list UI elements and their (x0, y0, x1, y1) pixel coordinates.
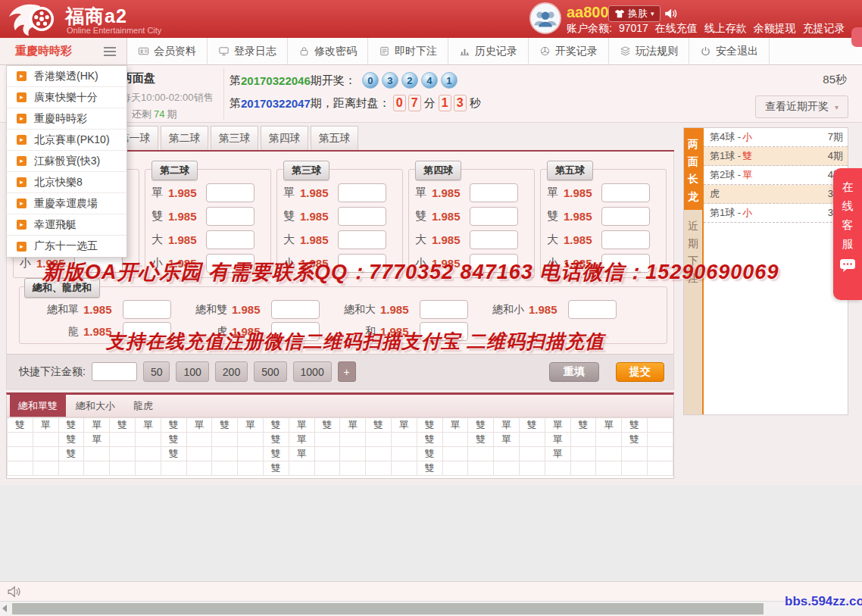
issue-suffix: 期开奖： (311, 73, 356, 88)
sum-bet-input[interactable] (271, 300, 320, 319)
game-menu-item[interactable]: ▸北京賽車(PK10) (7, 130, 126, 151)
nav-menu-item[interactable]: 开奖记录 (529, 38, 609, 64)
header-link[interactable]: 在线充值 (655, 22, 698, 36)
sum-bet-input[interactable] (123, 300, 171, 319)
bet-amount-input[interactable] (601, 183, 650, 202)
road-map-tabs: 總和單雙總和大小龍虎 (7, 395, 673, 417)
ball-tab[interactable]: 第二球 (161, 126, 208, 151)
quick-amount-button[interactable]: 1000 (293, 361, 332, 382)
header-link[interactable]: 充提记录 (803, 22, 845, 36)
road-cell (33, 447, 58, 461)
road-cell: 雙 (161, 447, 186, 461)
logout-power-icon (700, 45, 711, 57)
game-menu-item[interactable]: ▸廣東快樂十分 (7, 87, 126, 108)
nav-menu-item[interactable]: 修改密码 (288, 38, 368, 64)
road-cell: 雙 (570, 418, 596, 433)
lottery-ball: 3 (382, 72, 398, 89)
bet-amount-input[interactable] (206, 230, 255, 249)
sound-toggle-icon[interactable] (664, 7, 677, 20)
nav-menu-item[interactable]: 历史记录 (448, 38, 529, 64)
sum-bet-cell: 總和雙1.985 (177, 300, 326, 319)
road-cell (570, 447, 596, 461)
bet-amount-input[interactable] (206, 183, 255, 202)
more-amounts-button[interactable]: + (338, 361, 356, 382)
ball-tab[interactable]: 第三球 (211, 126, 258, 151)
sum-bet-input[interactable] (420, 300, 468, 319)
bet-option-label: 大 (151, 233, 168, 247)
nav-menu-item[interactable]: 会员资料 (127, 38, 208, 64)
sum-bet-input[interactable] (568, 300, 617, 319)
game-menu-item[interactable]: ▸重慶時時彩 (7, 108, 126, 130)
customer-service-tab[interactable]: 在线客服 (833, 168, 862, 300)
bet-amount-input[interactable] (601, 207, 650, 226)
road-cell: 雙 (263, 447, 289, 461)
road-map-tab[interactable]: 總和單雙 (10, 395, 66, 417)
bet-option-label: 單 (151, 186, 168, 200)
bet-option-row: 大1.985 (409, 228, 534, 252)
bet-option-row: 大1.985 (541, 228, 666, 252)
nav-menu-item[interactable]: 安全退出 (689, 38, 770, 64)
shirt-icon (614, 9, 625, 18)
bet-amount-input[interactable] (338, 183, 386, 202)
game-menu-item[interactable]: ▸北京快樂8 (7, 172, 126, 193)
rules-layers-icon (620, 45, 631, 57)
nav-menu: 会员资料登录日志修改密码即时下注历史记录开奖记录玩法规则安全退出 (127, 38, 770, 64)
road-cell (468, 461, 494, 476)
horizontal-scrollbar[interactable] (0, 601, 862, 616)
bet-amount-input[interactable] (470, 207, 518, 226)
game-menu-item[interactable]: ▸广东十一选五 (7, 236, 126, 257)
road-cell: 雙 (110, 418, 136, 433)
submit-button[interactable]: 提交 (616, 362, 664, 382)
bet-amount-input[interactable] (206, 207, 255, 226)
quick-amount-button[interactable]: 100 (176, 361, 208, 382)
bet-option-row: 單1.985 (409, 181, 534, 205)
road-cell: 單 (289, 447, 314, 461)
ball-tab[interactable]: 第四球 (261, 126, 308, 151)
header-link[interactable]: 余额提现 (754, 22, 796, 36)
road-map-tab[interactable]: 總和大小 (67, 395, 123, 417)
road-cell (570, 461, 596, 476)
header-link[interactable]: 线上存款 (704, 22, 747, 36)
nav-menu-item-label: 登录日志 (234, 45, 276, 58)
game-menu-item[interactable]: ▸幸運飛艇 (7, 214, 126, 236)
nav-menu-item[interactable]: 即时下注 (368, 38, 448, 64)
road-cell (442, 461, 468, 476)
quick-amount-button[interactable]: 500 (254, 361, 286, 382)
tab-two-side-streak[interactable]: 两面长龙 (684, 128, 702, 210)
announcement-speaker-icon[interactable] (6, 584, 21, 599)
bet-option-label: 小 (20, 256, 36, 270)
quick-bet-amount-input[interactable] (92, 362, 137, 381)
game-menu-item[interactable]: ▸重慶幸運農場 (7, 193, 126, 214)
nav-menu-item[interactable]: 登录日志 (208, 38, 288, 64)
arrow-right-icon: ▸ (17, 92, 27, 102)
nav-menu-item-label: 安全退出 (716, 45, 758, 58)
view-recent-draws-button[interactable]: 查看近期开奖 ▾ (755, 95, 848, 118)
ball-tab[interactable]: 第五球 (311, 126, 358, 151)
road-cell (58, 461, 84, 476)
quick-amount-button[interactable]: 200 (215, 361, 248, 382)
road-cell (84, 461, 110, 476)
game-menu-item[interactable]: ▸江蘇骰寶(快3) (7, 151, 126, 172)
bet-amount-input[interactable] (338, 230, 386, 249)
game-selector[interactable]: 重慶時時彩 (0, 38, 127, 65)
skin-button[interactable]: 换肤 ▾ (608, 5, 661, 22)
game-menu-item[interactable]: ▸香港樂透(HK) (7, 66, 126, 87)
lottery-ball: 4 (421, 72, 438, 89)
nav-menu-item[interactable]: 玩法规则 (609, 38, 689, 64)
road-cell (391, 447, 417, 461)
reset-button[interactable]: 重填 (549, 362, 599, 382)
draw-wheel-icon (539, 45, 551, 57)
bet-amount-input[interactable] (470, 230, 518, 249)
road-cell (442, 447, 468, 461)
scroll-left-arrow[interactable] (2, 605, 7, 612)
streak-count: 4期 (828, 149, 843, 163)
road-map-tab[interactable]: 龍虎 (125, 395, 161, 417)
quick-amount-button[interactable]: 50 (143, 361, 170, 382)
bet-amount-input[interactable] (601, 230, 650, 249)
streak-row: 第2球 - 單4期 (704, 166, 848, 185)
bet-amount-input[interactable] (338, 207, 386, 226)
scrollbar-thumb[interactable] (12, 603, 764, 614)
edge-widget-tab[interactable] (851, 27, 862, 47)
bet-option-odds: 1.985 (300, 186, 338, 199)
bet-amount-input[interactable] (470, 183, 518, 202)
